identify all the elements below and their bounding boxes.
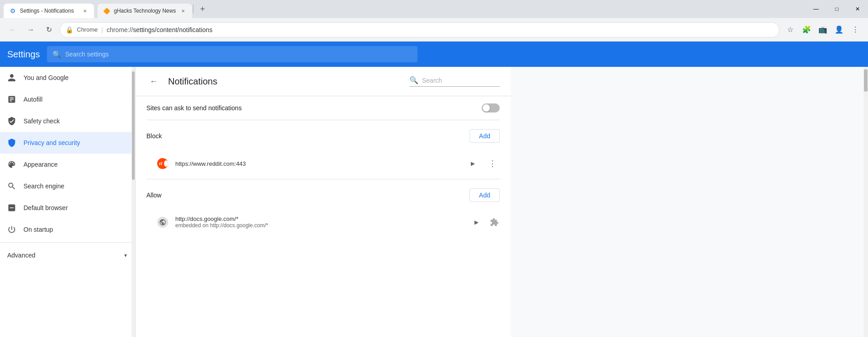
new-tab-button[interactable]: + <box>196 3 209 15</box>
block-section-title: Block <box>146 132 162 140</box>
sidebar-scrollbar-thumb[interactable] <box>132 71 135 180</box>
bookmark-button[interactable]: ☆ <box>783 23 798 37</box>
settings-tab-close[interactable]: ✕ <box>81 7 89 14</box>
default-browser-icon <box>7 203 16 212</box>
main-scrollbar-thumb[interactable] <box>864 69 868 92</box>
toggle-label: Sites can ask to send notifications <box>146 104 242 112</box>
privacy-icon <box>7 138 16 147</box>
power-icon <box>7 225 16 234</box>
allow-add-button[interactable]: Add <box>469 188 500 202</box>
address-bar[interactable]: 🔒 Chrome | chrome://settings/content/not… <box>60 22 779 37</box>
shield-icon <box>7 117 16 126</box>
main-scrollbar[interactable] <box>863 67 868 337</box>
address-separator: | <box>101 26 103 33</box>
header-search-icon: 🔍 <box>409 76 418 84</box>
lock-icon: 🔒 <box>66 26 73 33</box>
reddit-url: https://www.reddit.com:443 <box>175 160 460 167</box>
sidebar-item-label-safety-check: Safety check <box>23 117 60 125</box>
sidebar-item-label-default-browser: Default browser <box>23 204 68 211</box>
maximize-button[interactable]: □ <box>826 2 847 16</box>
puzzle-icon <box>489 217 500 228</box>
tab-settings[interactable]: ⚙ Settings - Notifications ✕ <box>4 4 94 18</box>
search-engine-icon <box>7 182 16 191</box>
content-panel: ← Notifications 🔍 Sites can ask to send … <box>136 67 511 337</box>
site-row-reddit: r/ https://www.reddit.com:443 ▶ ⋮ <box>136 152 511 175</box>
settings-body: You and Google Autofill Safety check <box>0 67 868 337</box>
header-search[interactable]: 🔍 <box>409 76 500 87</box>
sidebar-item-advanced[interactable]: Advanced ▼ <box>0 244 135 266</box>
site-label: Chrome <box>77 26 98 33</box>
address-text: chrome://settings/content/notifications <box>107 26 774 33</box>
toolbar-actions: ☆ 🧩 📺 👤 ⋮ <box>783 23 863 37</box>
settings-search-bar[interactable]: 🔍 <box>47 46 418 62</box>
tab-separator <box>193 5 193 14</box>
forward-nav-button[interactable]: → <box>23 23 38 37</box>
sidebar-advanced-label: Advanced <box>7 252 35 259</box>
sidebar-item-safety-check[interactable]: Safety check <box>0 110 135 132</box>
google-docs-favicon <box>157 217 168 228</box>
settings-app: Settings 🔍 You and Google <box>0 42 868 337</box>
url-scheme: chrome:// <box>107 26 133 33</box>
settings-tab-title: Settings - Notifications <box>20 8 78 14</box>
ghacks-tab-close[interactable]: ✕ <box>179 7 187 14</box>
back-nav-button[interactable]: ← <box>5 23 20 37</box>
block-section: Block Add <box>136 120 511 152</box>
main-content: ← Notifications 🔍 Sites can ask to send … <box>136 67 863 337</box>
reddit-chevron-icon[interactable]: ▶ <box>467 158 478 169</box>
sidebar-item-on-startup[interactable]: On startup <box>0 219 135 240</box>
profile-button[interactable]: 👤 <box>832 23 846 37</box>
settings-search-input[interactable] <box>65 51 412 58</box>
settings-tab-favicon: ⚙ <box>9 7 16 14</box>
sidebar-item-label-you-and-google: You and Google <box>23 74 69 81</box>
settings-header: Settings 🔍 <box>0 42 868 67</box>
block-header: Block Add <box>146 129 500 143</box>
sidebar-divider <box>0 242 135 243</box>
allow-section-title: Allow <box>146 192 161 199</box>
menu-button[interactable]: ⋮ <box>848 23 863 37</box>
cast-button[interactable]: 📺 <box>816 23 830 37</box>
sidebar-item-label-search-engine: Search engine <box>23 183 64 190</box>
sidebar-item-label-privacy: Privacy and security <box>23 139 80 146</box>
close-button[interactable]: ✕ <box>847 2 868 16</box>
sidebar-item-label-autofill: Autofill <box>23 96 42 103</box>
notifications-toggle[interactable] <box>482 103 500 112</box>
sidebar-item-appearance[interactable]: Appearance <box>0 154 135 175</box>
browser-toolbar: ← → ↻ 🔒 Chrome | chrome://settings/conte… <box>0 18 868 42</box>
sidebar-item-privacy-and-security[interactable]: Privacy and security <box>0 132 135 154</box>
sidebar: You and Google Autofill Safety check <box>0 67 136 337</box>
google-docs-url: http://docs.google.com/* <box>175 215 464 222</box>
toggle-knob <box>483 104 490 112</box>
sidebar-item-search-engine[interactable]: Search engine <box>0 175 135 197</box>
back-button[interactable]: ← <box>146 74 161 89</box>
url-path: settings/content/notifications <box>133 26 212 33</box>
reddit-more-button[interactable]: ⋮ <box>485 156 500 171</box>
settings-title: Settings <box>7 49 40 60</box>
sidebar-item-you-and-google[interactable]: You and Google <box>0 67 135 89</box>
block-add-button[interactable]: Add <box>469 129 500 143</box>
site-row-google-docs: http://docs.google.com/* embedded on htt… <box>136 211 511 233</box>
notifications-title: Notifications <box>168 76 402 87</box>
google-docs-url-container: http://docs.google.com/* embedded on htt… <box>175 215 464 229</box>
allow-header: Allow Add <box>146 188 500 202</box>
minimize-button[interactable]: — <box>806 2 826 16</box>
sidebar-item-label-on-startup: On startup <box>23 226 53 233</box>
reddit-favicon: r/ <box>157 158 168 169</box>
reload-button[interactable]: ↻ <box>42 23 56 37</box>
tab-ghacks[interactable]: 🔶 gHacks Technology News ✕ <box>98 4 192 18</box>
toggle-row: Sites can ask to send notifications <box>136 96 511 120</box>
google-docs-chevron-icon[interactable]: ▶ <box>471 217 482 228</box>
sidebar-item-default-browser[interactable]: Default browser <box>0 197 135 219</box>
allow-section: Allow Add <box>136 179 511 211</box>
extensions-button[interactable]: 🧩 <box>799 23 814 37</box>
ghacks-tab-title: gHacks Technology News <box>114 8 176 14</box>
window-controls: — □ ✕ <box>806 0 868 18</box>
search-icon: 🔍 <box>52 50 61 59</box>
person-icon <box>7 73 16 82</box>
sidebar-item-autofill[interactable]: Autofill <box>0 89 135 110</box>
palette-icon <box>7 160 16 169</box>
header-search-input[interactable] <box>422 77 494 84</box>
notifications-header: ← Notifications 🔍 <box>136 67 511 96</box>
ghacks-tab-favicon: 🔶 <box>103 7 110 14</box>
advanced-chevron-icon: ▼ <box>123 253 128 258</box>
google-docs-secondary-url: embedded on http://docs.google.com/* <box>175 222 464 229</box>
